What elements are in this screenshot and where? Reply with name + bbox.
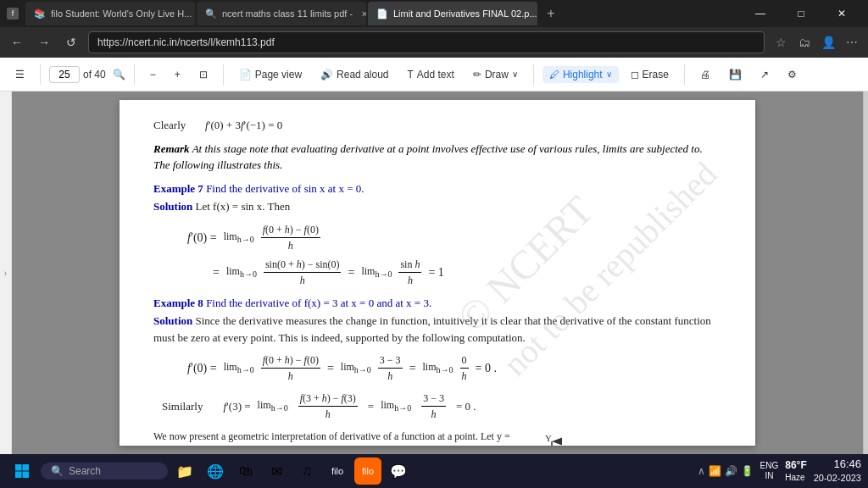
highlight-dropdown-icon[interactable]: ∨ [606, 69, 612, 79]
erase-button[interactable]: ◻ Erase [624, 66, 676, 83]
taskbar-file-explorer[interactable]: 📁 [171, 458, 198, 485]
taskbar-filo-app2[interactable]: filo [354, 458, 381, 485]
search-pdf-icon[interactable]: 🔍 [113, 69, 125, 80]
total-pages-label: of 40 [83, 69, 106, 80]
taskbar-mail[interactable]: ✉ [263, 458, 290, 485]
math-frac-2: sin(0 + h) − sin(0) h [264, 257, 342, 288]
minimize-button[interactable]: — [741, 0, 780, 27]
profile-icon[interactable]: 👤 [819, 33, 837, 52]
collections-icon[interactable]: 🗂 [795, 33, 814, 52]
weather-widget[interactable]: 86°F Haze [785, 459, 806, 484]
toolbar-divider-2 [134, 64, 135, 85]
address-bar-icons: ☆ 🗂 👤 ⋯ [771, 33, 861, 52]
math-eq-lim6: = [409, 359, 416, 377]
tab-pdf[interactable]: 📄 Limit and Derivatives FINAL 02.p... ✕ [368, 2, 537, 25]
taskbar-store[interactable]: 🛍 [232, 458, 259, 485]
taskbar-discord[interactable]: 💬 [385, 458, 412, 485]
language-indicator[interactable]: ENG IN [760, 461, 779, 481]
pdf-page: © NCERTnot to be republished Clearly f′(… [120, 100, 755, 446]
page-view-button[interactable]: 📄 Page view [232, 66, 309, 83]
address-input[interactable] [88, 31, 765, 53]
remark-paragraph: Remark At this stage note that evaluatin… [153, 141, 721, 174]
read-aloud-button[interactable]: 🔊 Read aloud [314, 66, 395, 83]
solution8-text: Solution Since the derivative measures t… [153, 313, 721, 346]
weather-temp: 86°F [785, 459, 806, 473]
draw-button[interactable]: ✏ Draw ∨ [466, 66, 525, 83]
page-number-input[interactable] [49, 66, 80, 83]
refresh-button[interactable]: ↺ [61, 32, 81, 53]
draw-icon: ✏ [473, 69, 481, 80]
extensions-icon[interactable]: ⋯ [843, 33, 861, 52]
example7-heading: Example 7 Find the derivative of sin x a… [153, 180, 721, 197]
tab-ncert-close[interactable]: ✕ [361, 9, 366, 19]
pdf-scroll-area[interactable]: © NCERTnot to be republished Clearly f′(… [12, 92, 863, 454]
tab-pdf-label: Limit and Derivatives FINAL 02.p... [393, 8, 537, 19]
math-block-1: f′(0) = limh→0 f(0 + h) − f(0) h = limh→… [187, 222, 721, 288]
svg-rect-24 [15, 472, 22, 479]
taskbar-search-icon: 🔍 [51, 465, 64, 477]
print-icon: 🖨 [700, 69, 710, 80]
tab-ncert-search[interactable]: 🔍 ncert maths class 11 limits pdf - ✕ [197, 2, 366, 25]
tab-list: 📚 filo Student: World's Only Live H... ✕… [25, 2, 737, 25]
maximize-button[interactable]: □ [782, 0, 821, 27]
weather-desc: Haze [785, 472, 806, 483]
edge-scrollbar[interactable] [863, 92, 868, 454]
svg-rect-25 [23, 472, 30, 479]
highlight-icon: 🖊 [549, 69, 559, 80]
taskbar-search[interactable]: 🔍 Search [41, 463, 168, 480]
share-icon: ↗ [760, 69, 769, 80]
graph-area: X Y a a+h f(a) f(a+h) P Q(a+h, f(a+h)) R… [535, 433, 721, 446]
similarly-line: Similarly f′(3) = limh→0 f(3 + h) − f(3)… [162, 391, 721, 422]
fig-1311-svg: X Y a a+h f(a) f(a+h) P Q(a+h, f(a+h)) R… [535, 433, 721, 446]
close-button[interactable]: ✕ [822, 0, 861, 27]
taskbar: 🔍 Search 📁 🌐 🛍 ✉ ♫ filo filo 💬 ∧ 📶 🔊 🔋 E… [0, 454, 868, 488]
share-button[interactable]: ↗ [754, 66, 776, 83]
draw-dropdown-icon[interactable]: ∨ [512, 69, 518, 79]
new-tab-button[interactable]: + [539, 2, 563, 25]
taskbar-edge[interactable]: 🌐 [202, 458, 229, 485]
toolbar-divider-5 [684, 64, 685, 85]
forward-button[interactable]: → [34, 32, 54, 53]
sidebar-menu-button[interactable]: ☰ [8, 66, 31, 83]
pdf-toolbar: ☰ of 40 🔍 − + ⊡ 📄 Page view 🔊 Read aloud… [0, 58, 868, 92]
math-lim-2: limh→0 [226, 263, 257, 280]
page-view-icon: 📄 [239, 69, 252, 80]
address-bar: ← → ↺ ☆ 🗂 👤 ⋯ [0, 27, 868, 58]
save-button[interactable]: 💾 [722, 66, 748, 83]
tab-filo[interactable]: 📚 filo Student: World's Only Live H... ✕ [25, 2, 195, 25]
math-block-2: f′(0) = limh→0 f(0 + h) − f(0) h = limh→… [187, 352, 721, 384]
windows-start-button[interactable] [7, 456, 37, 486]
back-button[interactable]: ← [7, 32, 27, 53]
taskbar-spotify[interactable]: ♫ [293, 458, 320, 485]
tab-ncert-label: ncert maths class 11 limits pdf - [222, 8, 353, 19]
highlight-button[interactable]: 🖊 Highlight ∨ [542, 66, 619, 83]
read-aloud-icon: 🔊 [320, 69, 333, 80]
zoom-plus-button[interactable]: + [168, 66, 187, 83]
svg-rect-22 [15, 464, 22, 471]
favorites-icon[interactable]: ☆ [771, 33, 790, 52]
tab-pdf-icon: 📄 [376, 8, 388, 19]
math-line-1: f′(0) = limh→0 f(0 + h) − f(0) h [187, 222, 721, 253]
sidebar-toggle[interactable]: › [0, 92, 12, 454]
zoom-minus-button[interactable]: − [143, 66, 163, 83]
math-equals-lim2: = [213, 263, 220, 281]
main-area: › © NCERTnot to be republished Clearly f… [0, 92, 868, 454]
settings-pdf-button[interactable]: ⚙ [781, 66, 804, 83]
math-line-3: f′(0) = limh→0 f(0 + h) − f(0) h = limh→… [187, 352, 721, 384]
system-clock[interactable]: 16:46 20-02-2023 [814, 458, 861, 484]
taskbar-filo-app[interactable]: filo [324, 458, 351, 485]
geometric-text-col: We now present a geometric interpretatio… [153, 429, 518, 446]
browser-logo: f [7, 8, 19, 19]
math-eq-0: = 0 . [476, 359, 497, 377]
solution7-label: Solution [153, 200, 192, 213]
math-eq-lim5: = [327, 359, 334, 377]
fit-icon: ⊡ [199, 69, 208, 80]
math-frac-7: f(3 + h) − f(3) h [298, 391, 358, 422]
tray-icon-up[interactable]: ∧ [698, 465, 705, 477]
add-text-button[interactable]: T Add text [401, 66, 461, 83]
tray-battery: 🔋 [741, 465, 754, 477]
fit-button[interactable]: ⊡ [192, 66, 214, 83]
print-button[interactable]: 🖨 [693, 66, 717, 83]
math-fraction-1: f(0 + h) − f(0) h [261, 222, 320, 253]
add-text-icon: T [408, 69, 414, 80]
